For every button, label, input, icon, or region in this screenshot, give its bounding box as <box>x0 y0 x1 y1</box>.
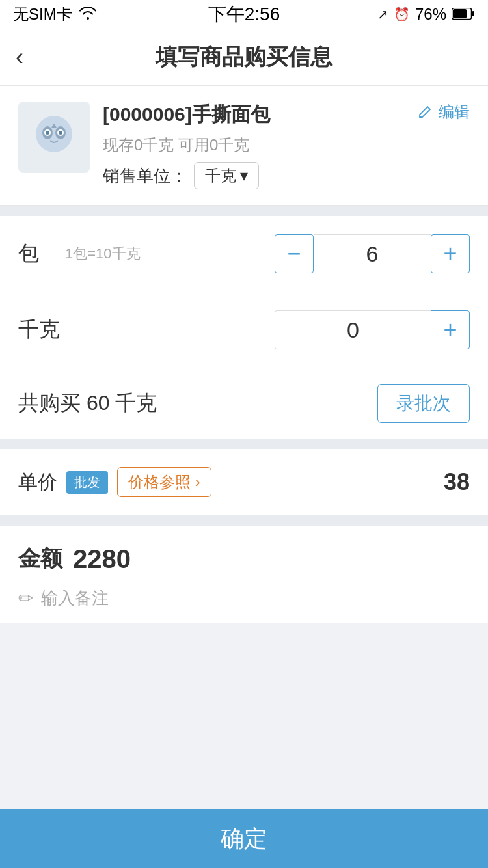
page-title: 填写商品购买信息 <box>156 42 332 72</box>
bottom-space <box>0 623 488 831</box>
product-name: [0000006]手撕面包 <box>103 102 270 128</box>
amount-value: 2280 <box>73 545 131 574</box>
svg-point-8 <box>46 131 49 135</box>
product-unit-row: 销售单位： 千克 ▾ <box>103 162 470 189</box>
edit-button[interactable]: 编辑 <box>418 102 470 122</box>
battery-text: 76% <box>415 5 446 23</box>
wifi-icon <box>79 5 97 23</box>
section-divider-1 <box>0 206 488 216</box>
total-row: 共购买 60 千克 录批次 <box>0 368 488 439</box>
product-thumbnail <box>18 102 90 173</box>
unit-label-bao: 包 <box>18 239 57 268</box>
product-card: [0000006]手撕面包 编辑 现存0千克 可用0千克 销售单位： 千克 ▾ <box>0 86 488 206</box>
product-stock: 现存0千克 可用0千克 <box>103 135 470 156</box>
svg-point-9 <box>59 131 62 135</box>
back-button[interactable]: ‹ <box>16 44 23 71</box>
svg-point-3 <box>36 116 72 152</box>
pencil-icon: ✏ <box>18 588 33 609</box>
price-tag: 批发 <box>66 471 108 494</box>
product-thumb-icon <box>33 113 75 161</box>
quantity-controls-bao: − + <box>275 234 470 273</box>
quantity-input-bao[interactable] <box>314 234 431 273</box>
unit-label: 销售单位： <box>103 165 187 187</box>
price-label: 单价 <box>18 469 57 496</box>
amount-card: 金额 2280 ✏ 输入备注 <box>0 526 488 623</box>
price-value: 38 <box>444 468 470 496</box>
decrement-button-bao[interactable]: − <box>275 234 314 273</box>
price-ref-button[interactable]: 价格参照 › <box>117 467 211 497</box>
quantity-controls-kg: + <box>275 310 470 349</box>
battery-icon <box>452 5 475 23</box>
location-icon: ↗ <box>377 7 388 22</box>
unit-selector[interactable]: 千克 ▾ <box>194 162 259 189</box>
alarm-icon: ⏰ <box>394 7 410 22</box>
quantity-section: 包 1包=10千克 − + 千克 + <box>0 216 488 368</box>
section-divider-3 <box>0 515 488 526</box>
note-label: 输入备注 <box>41 587 109 610</box>
product-info: [0000006]手撕面包 编辑 现存0千克 可用0千克 销售单位： 千克 ▾ <box>103 102 470 189</box>
batch-button[interactable]: 录批次 <box>377 384 470 423</box>
total-text: 共购买 60 千克 <box>18 389 157 418</box>
nav-bar: ‹ 填写商品购买信息 <box>0 29 488 86</box>
unit-label-kg: 千克 <box>18 316 60 344</box>
status-left: 无SIM卡 <box>13 4 97 25</box>
note-row[interactable]: ✏ 输入备注 <box>18 587 470 610</box>
amount-row: 金额 2280 <box>18 544 470 574</box>
dropdown-icon: ▾ <box>240 167 248 185</box>
confirm-bar[interactable]: 确定 <box>0 809 488 868</box>
quantity-input-kg[interactable] <box>275 310 431 349</box>
increment-button-kg[interactable]: + <box>431 310 470 349</box>
status-right: ↗ ⏰ 76% <box>377 5 475 23</box>
price-row: 单价 批发 价格参照 › 38 <box>0 449 488 515</box>
carrier-text: 无SIM卡 <box>13 4 72 25</box>
svg-rect-2 <box>453 9 467 18</box>
confirm-button-label: 确定 <box>221 823 267 855</box>
status-time: 下午2:56 <box>208 2 280 27</box>
quantity-row-bao: 包 1包=10千克 − + <box>0 216 488 292</box>
increment-button-bao[interactable]: + <box>431 234 470 273</box>
amount-label: 金额 <box>18 544 62 574</box>
status-bar: 无SIM卡 下午2:56 ↗ ⏰ 76% <box>0 0 488 29</box>
unit-hint-bao: 1包=10千克 <box>65 244 275 264</box>
section-divider-2 <box>0 439 488 449</box>
quantity-row-kg: 千克 + <box>0 292 488 368</box>
svg-rect-1 <box>472 11 475 16</box>
